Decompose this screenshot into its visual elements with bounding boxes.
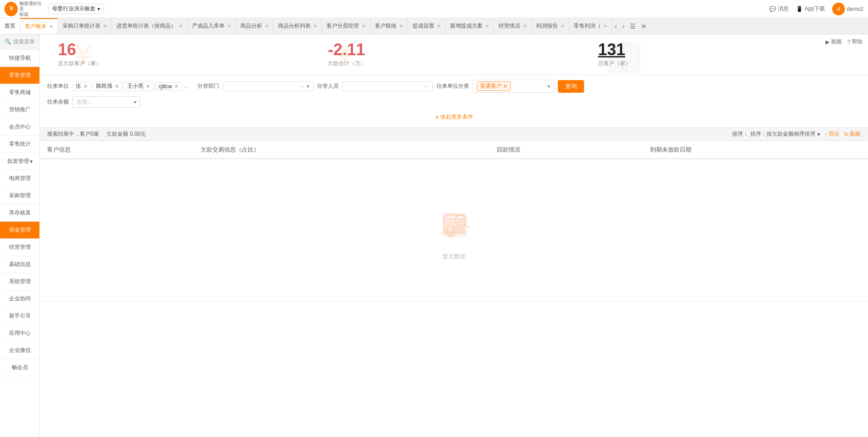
close-icon[interactable]: ✕ [227, 24, 231, 28]
total-debt-label: 欠款合计（万） [328, 60, 366, 67]
close-icon[interactable]: ✕ [523, 24, 527, 28]
no-data-illustration [432, 200, 477, 245]
sidebar-item-ecommerce-mgmt[interactable]: 电商管理 [0, 170, 39, 187]
close-icon[interactable]: ✕ [103, 24, 107, 28]
app-download-btn[interactable]: 📱 App下载 [796, 5, 825, 13]
tab-retail-profit[interactable]: 零售利润（ ✕ [569, 18, 612, 34]
close-icon[interactable]: ✕ [561, 24, 564, 28]
sidebar-item-enterprise-collab[interactable]: 企业协同 [0, 290, 39, 308]
sidebar-item-app-center[interactable]: 应用中心 [0, 325, 39, 342]
sidebar-item-quick-nav[interactable]: 快捷导航 [0, 50, 39, 67]
tab-customer-ledger[interactable]: 客户账本 ✕ [20, 18, 58, 34]
total-debt-number: -2.11 [328, 42, 365, 58]
tab-profit-report[interactable]: 利润报告 ✕ [532, 18, 569, 34]
search-icon: 🔍 [5, 38, 11, 45]
tab-customer-contact[interactable]: 客户联络 ✕ [370, 18, 408, 34]
unit-tag-cjttcw: cjttcw ✕ [155, 82, 182, 90]
sidebar-item-retail-mall[interactable]: 零售商城 [0, 84, 39, 101]
unit-type-tag-close[interactable]: ✕ [503, 83, 508, 90]
tab-close-all-btn[interactable]: ✕ [638, 23, 649, 30]
unit-tag-chen-close[interactable]: ✕ [115, 83, 119, 90]
tab-menu-btn[interactable]: ☰ [627, 23, 638, 30]
close-icon[interactable]: ✕ [485, 24, 489, 28]
tab-business-status[interactable]: 经营情况 ✕ [494, 18, 532, 34]
collapse-row: ∧ 收起更多条件 [47, 111, 861, 123]
sidebar-item-basic-info[interactable]: 基础信息 [0, 256, 39, 273]
balance-selector[interactable]: 选择... ▾ [72, 96, 140, 108]
col-due-date: 到期未放款日期 [643, 141, 868, 159]
user-profile[interactable]: d demo2 [832, 3, 863, 15]
result-actions: 排序： 排序：按欠款金额倒序排序 ▾ ↑ 导出 ↻ 刷新 [732, 130, 861, 138]
sidebar-item-newcomer-guide[interactable]: 新手引导 [0, 308, 39, 325]
query-button[interactable]: 查询 [558, 80, 584, 93]
sidebar-item-purchase-mgmt[interactable]: 采购管理 [0, 187, 39, 204]
unit-type-selector[interactable]: 普通客户 ✕ ▾ [473, 80, 554, 93]
close-icon[interactable]: ✕ [49, 24, 53, 29]
sidebar-item-ops-mgmt[interactable]: 经营管理 [0, 239, 39, 256]
sidebar-item-retail-stats[interactable]: 零售统计 [0, 136, 39, 153]
search-menu-btn[interactable]: 🔍 搜索菜单 [0, 34, 39, 50]
video-icon: ▶ [825, 39, 830, 45]
empty-state-text: 暂无数据 [442, 252, 466, 261]
sidebar-item-wholesale-mgmt[interactable]: 批发管理 ▾ [0, 153, 39, 170]
tab-new-commission[interactable]: 新增提成方案 ✕ [446, 18, 494, 34]
messages-btn[interactable]: 💬 消息 [769, 5, 789, 13]
close-icon[interactable]: ✕ [604, 24, 607, 28]
col-customer-info: 客户信息 [40, 141, 193, 159]
tab-next-btn[interactable]: › [620, 23, 628, 30]
help-btn[interactable]: ? 帮助 [847, 38, 863, 46]
tab-prev-btn[interactable]: ‹ [612, 23, 620, 30]
close-icon[interactable]: ✕ [437, 24, 441, 28]
sidebar-item-sys-mgmt[interactable]: 系统管理 [0, 273, 39, 290]
result-info: 搜索结果中，客户0家 欠款金额 0.00元 [47, 130, 146, 138]
result-bar: 搜索结果中，客户0家 欠款金额 0.00元 排序： 排序：按欠款金额倒序排序 ▾… [40, 128, 868, 141]
dept-selector[interactable]: ··· ▾ [223, 81, 313, 91]
tab-customer-tier[interactable]: 客户分层经营 ✕ [322, 18, 370, 34]
unit-tag-wu-close[interactable]: ✕ [83, 83, 88, 90]
svg-rect-3 [445, 220, 459, 222]
sort-selector[interactable]: 排序： 排序：按欠款金额倒序排序 ▾ [732, 130, 820, 138]
filter-more-btn[interactable]: ... [184, 83, 188, 90]
tab-finished-goods[interactable]: 产成品入库单 ✕ [187, 18, 236, 34]
unit-tag-chen: 陈民强 ✕ [93, 81, 122, 91]
tab-home[interactable]: 首页 [0, 18, 20, 34]
close-icon[interactable]: ✕ [313, 24, 317, 28]
person-selector[interactable]: ··· [342, 81, 433, 91]
top-header: ￥ 畅捷通好生意 标版 母婴行业演示账套 ▾ 💬 消息 📱 App下载 d de… [0, 0, 868, 18]
main-area: 🔍 搜索菜单 快捷导航 零售管理 零售商城 营销推广 会员中心 零售统计 [0, 34, 868, 437]
sidebar-item-retail-mgmt[interactable]: 零售管理 [0, 67, 39, 84]
unit-filter-tags: 伍 ✕ 陈民强 ✕ 王小亮 ✕ cjttcw ✕ [72, 81, 188, 91]
unit-type-tag-normal: 普通客户 ✕ [477, 81, 511, 91]
stats-row: ￥ 16 总欠款客户（家） ✦ -2.11 欠款合计（万） 🏢 [40, 34, 868, 75]
sidebar-item-finance-mgmt[interactable]: 资金管理 [0, 222, 39, 239]
sidebar-item-marketing[interactable]: 营销推广 [0, 101, 39, 119]
sidebar-item-member-center[interactable]: 会员中心 [0, 119, 39, 136]
collapse-btn[interactable]: ∧ 收起更多条件 [435, 111, 473, 123]
unit-tag-cjttcw-close[interactable]: ✕ [174, 83, 179, 90]
tab-purchase-stats[interactable]: 采购订单统计表 ✕ [58, 18, 112, 34]
workspace-selector[interactable]: 母婴行业演示账套 ▾ [48, 4, 104, 14]
unit-type-filter-label: 往来单位分类 [436, 82, 469, 90]
svg-point-8 [448, 226, 453, 231]
close-icon[interactable]: ✕ [265, 24, 269, 28]
sidebar-item-member-app[interactable]: 畅会员 [0, 359, 39, 376]
close-icon[interactable]: ✕ [179, 24, 182, 28]
close-icon[interactable]: ✕ [362, 24, 365, 28]
total-debt-customers-number: 16 [58, 42, 76, 58]
col-debt-info: 欠款交易信息（占比） [193, 141, 489, 159]
unit-tag-wang: 王小亮 ✕ [124, 81, 153, 91]
logo-text: 畅捷通好生意 标版 [19, 1, 44, 17]
video-btn[interactable]: ▶ 视频 [825, 38, 842, 46]
unit-tag-wang-close[interactable]: ✕ [146, 83, 150, 90]
close-icon[interactable]: ✕ [399, 24, 403, 28]
tab-goods-analysis-list[interactable]: 商品分析列表 ✕ [273, 18, 322, 34]
tab-goods-analysis[interactable]: 商品分析 ✕ [236, 18, 273, 34]
tab-inbound-stats[interactable]: 进货单统计表（按商品） ✕ [112, 18, 187, 34]
refresh-btn[interactable]: ↻ 刷新 [844, 130, 861, 138]
sidebar-item-inventory[interactable]: 库存核算 [0, 204, 39, 222]
tab-commission-settings[interactable]: 提成设置 ✕ [408, 18, 446, 34]
unit-tag-wu: 伍 ✕ [72, 81, 91, 91]
sidebar-item-enterprise-wechat[interactable]: 企业微信 [0, 342, 39, 359]
export-btn[interactable]: ↑ 导出 [825, 130, 839, 138]
refresh-icon: ↻ [844, 131, 849, 138]
